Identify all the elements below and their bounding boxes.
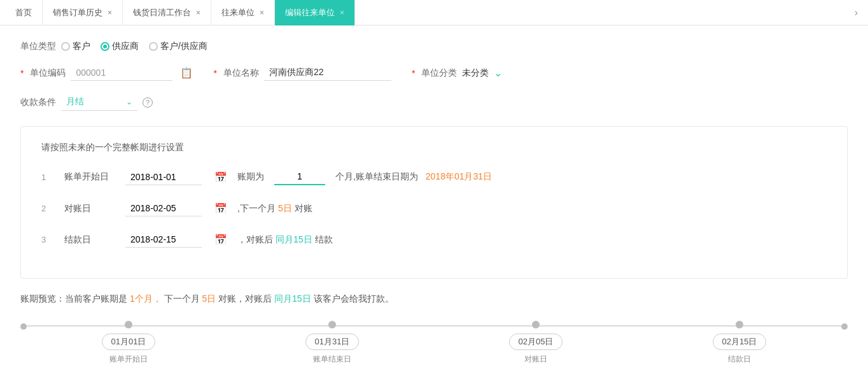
payment-condition-select[interactable]: 月结 ⌄ (61, 94, 137, 111)
end-date-value: 2018年01月31日 (426, 171, 492, 183)
timeline-badge-4: 02月15日 (713, 334, 767, 350)
unit-code-input[interactable] (71, 65, 172, 81)
payment-day: 同月15日 (276, 234, 312, 246)
radio-supplier[interactable]: 供应商 (101, 41, 139, 52)
setting-number-3: 3 (41, 235, 54, 244)
timeline-label-1: 账单开始日 (109, 354, 148, 365)
tab-cash-work-label: 钱货日清工作台 (133, 7, 191, 18)
radio-customer-label: 客户 (73, 41, 90, 52)
payment-help-icon[interactable]: ? (143, 97, 153, 108)
reconcile-prefix: ,下一个月 (237, 203, 276, 215)
timeline-label-2: 账单结束日 (313, 354, 351, 365)
unit-classify-star: * (412, 68, 415, 78)
unit-classify-value: 未分类 (462, 67, 489, 79)
tab-partner-unit-close[interactable]: × (260, 8, 264, 17)
timeline-badge-2: 01月31日 (305, 334, 360, 350)
unit-code-star: * (20, 68, 24, 78)
radio-both-label: 客户/供应商 (160, 41, 207, 52)
setting-desc-1: 账期为 (237, 171, 264, 183)
unit-name-field: * 单位名称 (213, 65, 391, 81)
timeline-badge-1: 01月01日 (102, 334, 156, 350)
tab-edit-partner[interactable]: 编辑往来单位 × (275, 0, 355, 25)
tab-edit-partner-label: 编辑往来单位 (285, 7, 335, 18)
preview-text3: 该客户会给我打款。 (314, 293, 394, 304)
unit-name-star: * (213, 68, 216, 78)
unit-info-row: * 单位编码 📋 * 单位名称 * 单位分类 未分类 ⌄ (20, 65, 848, 81)
timeline: 01月01日 账单开始日 01月31日 账单结束日 02月05日 对账日 (20, 321, 848, 365)
tab-edit-partner-close[interactable]: × (340, 8, 344, 17)
setting-number-1: 1 (41, 172, 54, 182)
start-date-input[interactable] (125, 169, 202, 185)
tab-home-label: 首页 (15, 7, 32, 18)
preview-highlight2: 5日 (202, 293, 216, 304)
tab-sales-history-label: 销售订单历史 (53, 7, 102, 18)
setting-field-label-2: 对账日 (64, 203, 115, 215)
unit-code-label: 单位编码 (30, 67, 66, 79)
preview-text1: 下一个月 (164, 293, 200, 304)
payment-prefix: ，对账后 (237, 234, 273, 246)
settings-card: 请按照未来的一个完整帐期进行设置 1 账单开始日 📅 账期为 个月,账单结束日期… (20, 126, 848, 279)
unit-code-field: * 单位编码 📋 (20, 65, 193, 81)
tab-home[interactable]: 首页 (5, 0, 43, 25)
unit-classify-arrow-icon: ⌄ (494, 67, 502, 79)
preview-highlight3: 同月15日 (274, 293, 311, 304)
tab-partner-unit-label: 往来单位 (221, 7, 255, 18)
preview-prefix: 账期预览：当前客户账期是 (20, 293, 127, 304)
unit-type-row: 单位类型 客户 供应商 客户/供应商 (20, 41, 848, 52)
preview-text: 账期预览：当前客户账期是 1个月， 下一个月 5日 对账，对账后 同月15日 该… (20, 292, 848, 306)
unit-code-calendar-icon[interactable]: 📋 (180, 67, 193, 79)
unit-classify-select[interactable]: 未分类 ⌄ (462, 67, 502, 79)
tab-partner-unit[interactable]: 往来单位 × (211, 0, 275, 25)
unit-name-label: 单位名称 (223, 67, 259, 79)
payment-condition-value: 月结 (66, 96, 121, 108)
setting-field-label-3: 结款日 (64, 234, 115, 246)
radio-supplier-circle (101, 42, 109, 51)
setting-end-date-desc: 个月,账单结束日期为 2018年01月31日 (335, 171, 492, 183)
setting-mid-text: 个月,账单结束日期为 (335, 171, 418, 183)
radio-customer[interactable]: 客户 (61, 41, 90, 52)
payment-condition-row: 收款条件 月结 ⌄ ? (20, 94, 848, 111)
timeline-label-3: 对账日 (524, 354, 547, 365)
period-input[interactable] (274, 169, 325, 185)
start-date-calendar-icon[interactable]: 📅 (214, 171, 227, 183)
main-content: 单位类型 客户 供应商 客户/供应商 * 单位编码 (0, 25, 868, 387)
radio-customer-circle (61, 42, 70, 51)
reconcile-suffix: 对账 (295, 203, 312, 215)
radio-both[interactable]: 客户/供应商 (149, 41, 207, 52)
unit-type-label: 单位类型 (20, 41, 56, 52)
tab-more-chevron[interactable]: › (850, 7, 863, 18)
timeline-label-4: 结款日 (728, 354, 751, 365)
setting-desc-3: ，对账后 同月15日 结款 (237, 234, 333, 246)
payment-date-input[interactable] (125, 232, 202, 248)
payment-date-calendar-icon[interactable]: 📅 (214, 234, 227, 246)
setting-number-2: 2 (41, 204, 54, 213)
preview-text2: 对账，对账后 (218, 293, 272, 304)
preview-highlight1: 1个月， (130, 293, 162, 304)
setting-row-2: 2 对账日 📅 ,下一个月5日 对账 (41, 201, 827, 216)
period-label: 账期为 (237, 171, 264, 183)
unit-name-input[interactable] (264, 65, 391, 81)
reconcile-date-calendar-icon[interactable]: 📅 (214, 202, 227, 215)
tab-sales-history[interactable]: 销售订单历史 × (43, 0, 123, 25)
payment-suffix: 结款 (315, 234, 333, 246)
reconcile-date-input[interactable] (125, 201, 202, 216)
unit-type-field: 单位类型 客户 供应商 客户/供应商 (20, 41, 207, 52)
payment-condition-label: 收款条件 (20, 97, 56, 108)
payment-condition-arrow-icon: ⌄ (126, 97, 132, 106)
tab-cash-work[interactable]: 钱货日清工作台 × (123, 0, 211, 25)
unit-classify-label: 单位分类 (421, 67, 457, 79)
setting-row-1: 1 账单开始日 📅 账期为 个月,账单结束日期为 2018年01月31日 (41, 169, 827, 185)
unit-classify-field: * 单位分类 未分类 ⌄ (412, 67, 502, 79)
setting-field-label-1: 账单开始日 (64, 171, 115, 183)
card-title: 请按照未来的一个完整帐期进行设置 (41, 142, 827, 153)
reconcile-day: 5日 (278, 203, 292, 215)
setting-desc-2: ,下一个月5日 对账 (237, 203, 312, 215)
unit-type-radio-group: 客户 供应商 客户/供应商 (61, 41, 207, 52)
tab-cash-work-close[interactable]: × (196, 8, 200, 17)
timeline-badge-3: 02月05日 (509, 334, 563, 350)
radio-supplier-label: 供应商 (112, 41, 139, 52)
radio-both-circle (149, 42, 158, 51)
tab-bar: 首页 销售订单历史 × 钱货日清工作台 × 往来单位 × 编辑往来单位 × › (0, 0, 868, 25)
tab-sales-history-close[interactable]: × (108, 8, 112, 17)
setting-row-3: 3 结款日 📅 ，对账后 同月15日 结款 (41, 232, 827, 248)
